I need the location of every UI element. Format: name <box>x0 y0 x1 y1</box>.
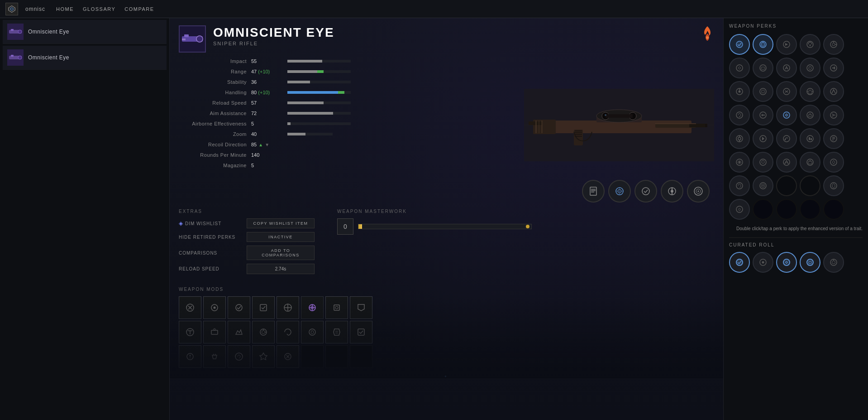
perk-1-0[interactable] <box>729 58 750 78</box>
stat-magazine: Magazine 5 <box>179 161 351 169</box>
svg-rect-29 <box>535 121 537 133</box>
weapon-icon-large <box>179 25 206 53</box>
dim-wishlist-row: ◈ DIM WISHLIST COPY WISHLIST ITEM <box>179 218 328 228</box>
curated-perk-4[interactable] <box>823 252 844 273</box>
stat-value-recoil: 85 ▲ ▼ <box>251 142 269 147</box>
weapon-type: SNIPER RIFLE <box>213 41 714 46</box>
svg-rect-106 <box>761 67 765 69</box>
reload-speed-value: 2.74s <box>247 264 315 274</box>
nav-home[interactable]: HOME <box>56 5 74 13</box>
svg-point-165 <box>807 259 813 266</box>
stat-airborne: Airborne Effectiveness 5 <box>179 120 351 128</box>
stat-bar-aim <box>287 112 351 115</box>
stat-zoom: Zoom 40 <box>179 130 351 138</box>
perk-5-0[interactable] <box>729 152 750 173</box>
perk-0-4[interactable] <box>823 34 844 55</box>
perk-1-2[interactable] <box>776 58 797 78</box>
svg-rect-4 <box>11 29 14 31</box>
perk-2-1[interactable] <box>753 81 773 102</box>
perks-panel: WEAPON PERKS <box>723 18 868 420</box>
svg-point-126 <box>807 112 813 118</box>
weapon-name: OMNISCIENT EYE <box>213 25 714 40</box>
perk-icon-4[interactable] <box>687 180 710 203</box>
svg-point-49 <box>671 190 673 193</box>
perk-0-3[interactable] <box>800 34 820 55</box>
svg-point-5 <box>18 30 22 34</box>
app-logo[interactable] <box>5 3 18 15</box>
perk-2-4[interactable] <box>823 81 844 102</box>
nav-glossary[interactable]: GLOSSARY <box>83 5 115 13</box>
svg-point-168 <box>832 261 835 264</box>
sidebar-item-name-0: Omniscient Eye <box>28 29 69 35</box>
svg-rect-138 <box>809 137 810 140</box>
perk-5-4[interactable] <box>823 152 844 173</box>
stat-bar-zoom <box>287 133 333 135</box>
perk-icon-0[interactable] <box>582 180 605 203</box>
perk-7-0[interactable] <box>729 199 750 220</box>
curated-perks-row <box>729 252 863 273</box>
masterwork-panel: WEAPON MASTERWORK 0 <box>337 209 532 278</box>
nav-compare[interactable]: COMPARE <box>124 5 154 13</box>
exotic-flame-icon <box>701 25 714 45</box>
perk-2-2[interactable] <box>776 81 797 102</box>
perk-6-0[interactable] <box>729 175 750 196</box>
perk-4-0[interactable] <box>729 128 750 149</box>
perk-icon-2[interactable] <box>634 180 657 203</box>
reload-speed-label: RELOAD SPEED <box>179 266 242 271</box>
masterwork-row: 0 <box>337 218 532 235</box>
svg-point-146 <box>760 159 766 165</box>
svg-point-109 <box>807 65 813 71</box>
curated-perk-1[interactable] <box>753 252 773 273</box>
stat-label-rpm: Rounds Per Minute <box>179 152 251 158</box>
perk-4-4[interactable] <box>823 128 844 149</box>
curated-perk-3[interactable] <box>800 252 820 273</box>
svg-rect-34 <box>575 132 582 133</box>
svg-rect-20 <box>689 124 707 127</box>
perk-3-3[interactable] <box>800 105 820 126</box>
comparisons-row: COMPARISONS ADD TO COMPARISONS <box>179 246 328 260</box>
stat-value-aim: 72 <box>251 111 287 116</box>
perk-2-0[interactable] <box>729 81 750 102</box>
perk-icon-1[interactable] <box>608 180 631 203</box>
perk-3-2[interactable] <box>776 105 797 126</box>
svg-rect-41 <box>591 190 596 191</box>
perk-6-4[interactable] <box>823 175 844 196</box>
svg-rect-14 <box>182 39 186 40</box>
stat-value-magazine: 5 <box>251 163 254 168</box>
sidebar-item-1[interactable]: Omniscient Eye <box>3 46 167 70</box>
perk-1-4[interactable] <box>823 58 844 78</box>
perk-4-1[interactable] <box>753 128 773 149</box>
svg-point-38 <box>605 114 606 116</box>
perk-3-0[interactable] <box>729 105 750 126</box>
masterwork-level: 0 <box>337 218 353 235</box>
add-to-comparisons-button[interactable]: ADD TO COMPARISONS <box>247 246 315 260</box>
bg-scene-thumbnails <box>170 297 723 378</box>
perk-2-3[interactable] <box>800 81 820 102</box>
svg-point-155 <box>736 183 743 189</box>
perk-0-0[interactable] <box>729 34 750 55</box>
perk-5-2[interactable] <box>776 152 797 173</box>
perk-0-2[interactable] <box>776 34 797 55</box>
svg-rect-40 <box>591 189 596 190</box>
perk-6-1[interactable] <box>753 175 773 196</box>
perk-0-1[interactable] <box>753 34 773 55</box>
curated-perk-2[interactable] <box>776 252 797 273</box>
svg-point-117 <box>760 88 766 95</box>
svg-point-158 <box>763 185 764 187</box>
perk-5-3[interactable] <box>800 152 820 173</box>
perk-4-2[interactable] <box>776 128 797 149</box>
perk-1-3[interactable] <box>800 58 820 78</box>
inactive-button[interactable]: INACTIVE <box>247 232 315 242</box>
perk-6-3 <box>800 175 820 196</box>
sidebar-item-0[interactable]: Omniscient Eye <box>3 20 167 44</box>
curated-perk-0[interactable] <box>729 252 750 273</box>
svg-point-122 <box>736 112 743 118</box>
perk-3-1[interactable] <box>753 105 773 126</box>
perk-7-1 <box>753 199 773 220</box>
perk-5-1[interactable] <box>753 152 773 173</box>
copy-wishlist-button[interactable]: COPY WISHLIST ITEM <box>247 218 315 228</box>
perk-4-3[interactable] <box>800 128 820 149</box>
perk-icon-3[interactable] <box>661 180 683 203</box>
perk-1-1[interactable] <box>753 58 773 78</box>
perk-3-4[interactable] <box>823 105 844 126</box>
